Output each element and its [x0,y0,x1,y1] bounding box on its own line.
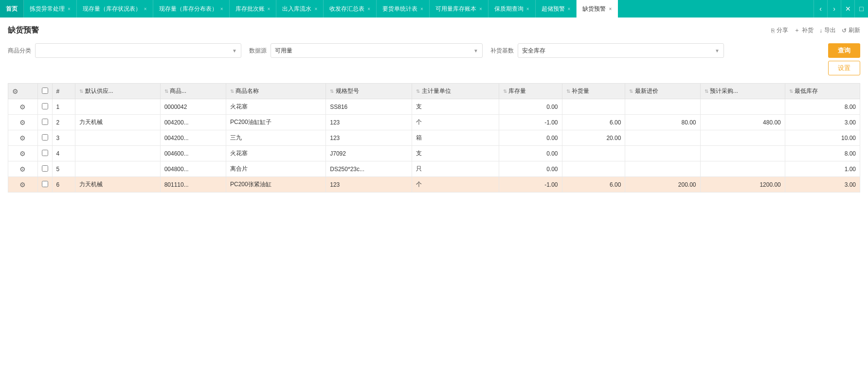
th-est-purchase[interactable]: ⇅ 预计采购... [700,84,785,99]
sort-icon-unit: ⇅ [416,88,420,94]
page-content: 缺货预警 ⎘ 分享 ＋ 补货 ↓ 导出 ↺ 刷新 商品分类 [0,18,868,387]
tab-expiry-query[interactable]: 保质期查询× [488,0,536,18]
tab-label-expiry-query: 保质期查询 [494,5,524,13]
sort-icon-price: ⇅ [629,88,633,94]
tab-shortage[interactable]: 缺货预警× [577,0,618,18]
tab-inout-flow[interactable]: 出入库流水× [276,0,324,18]
td-checkbox[interactable] [37,99,52,115]
refresh-button[interactable]: ↺ 刷新 [842,26,860,35]
tab-home[interactable]: 首页 [0,0,24,18]
tab-batch-account[interactable]: 库存批次账× [230,0,277,18]
row-gear-icon[interactable]: ⚙ [19,150,26,158]
td-unit: 箱 [412,130,499,146]
row-gear-icon[interactable]: ⚙ [19,134,26,142]
td-stock: -1.00 [499,115,562,130]
tab-close-shortage[interactable]: × [609,6,612,12]
tab-abnormal[interactable]: 拣货异常处理× [24,0,77,18]
td-checkbox[interactable] [37,115,52,130]
th-product-name[interactable]: ⇅ 商品名称 [226,84,326,99]
td-product-code: 0000042 [160,99,226,115]
share-button[interactable]: ⎘ 分享 [771,26,788,35]
close-window-button[interactable]: ✕ [841,0,854,18]
datasource-arrow-icon: ▼ [473,48,478,53]
maximize-button[interactable]: □ [854,0,868,18]
category-label: 商品分类 [8,47,31,55]
tab-overstock[interactable]: 超储预警× [536,0,577,18]
td-est-purchase [700,99,785,115]
tab-inventory-dist[interactable]: 现存量（库存分布表）× [153,0,230,18]
row-gear-icon[interactable]: ⚙ [19,165,26,173]
row-checkbox[interactable] [42,134,48,141]
td-checkbox[interactable] [37,177,52,193]
td-num: 2 [52,115,75,130]
prev-tab-button[interactable]: ‹ [814,0,827,18]
row-gear-icon[interactable]: ⚙ [19,103,26,111]
sort-icon-spec: ⇅ [330,88,334,94]
td-checkbox[interactable] [37,146,52,161]
replenish-button[interactable]: ＋ 补货 [794,26,814,35]
th-min-stock[interactable]: ⇅ 最低库存 [785,84,860,99]
row-gear-icon[interactable]: ⚙ [19,119,26,126]
datasource-label: 数据源 [249,47,267,55]
page-title: 缺货预警 [8,25,39,35]
setting-button[interactable]: 设置 [828,61,860,75]
next-tab-button[interactable]: › [827,0,841,18]
tab-receive-summary[interactable]: 收发存汇总表× [324,0,377,18]
table-header-row: ⚙ # ⇅ 默认供应... ⇅ 商品... ⇅ 商品名称 [8,84,860,99]
td-min-stock: 3.00 [785,177,860,193]
tab-close-available-ledger[interactable]: × [479,6,482,12]
tab-available-ledger[interactable]: 可用量库存账本× [430,0,488,18]
td-checkbox[interactable] [37,130,52,146]
th-spec[interactable]: ⇅ 规格型号 [326,84,412,99]
row-checkbox[interactable] [42,165,48,172]
tab-close-order-stats[interactable]: × [420,6,423,12]
td-checkbox[interactable] [37,161,52,177]
table-row: ⚙5004800...离合片DS250*23c...只0.001.00 [8,161,860,177]
row-checkbox[interactable] [42,181,48,187]
td-est-purchase [700,146,785,161]
tab-label-receive-summary: 收发存汇总表 [329,5,364,13]
replenish-base-filter-group: 补货基数 安全库存 ▼ [490,43,724,58]
tab-close-inventory-status[interactable]: × [144,6,147,12]
tab-close-abnormal[interactable]: × [68,6,71,12]
tab-close-inout-flow[interactable]: × [314,6,317,12]
th-product-code[interactable]: ⇅ 商品... [160,84,226,99]
th-checkbox [37,84,52,99]
tab-close-expiry-query[interactable]: × [526,6,529,12]
th-settings[interactable]: ⚙ [8,84,38,99]
td-supplier [75,146,160,161]
select-all-checkbox[interactable] [42,88,48,94]
tab-order-stats[interactable]: 要货单统计表× [377,0,430,18]
row-checkbox[interactable] [42,119,48,125]
replenish-base-value: 安全库存 [522,47,545,55]
tab-close-inventory-dist[interactable]: × [220,6,223,12]
header-actions: ⎘ 分享 ＋ 补货 ↓ 导出 ↺ 刷新 [771,26,860,35]
query-button[interactable]: 查询 [828,43,860,58]
td-gear[interactable]: ⚙ [8,146,38,161]
th-stock[interactable]: ⇅ 库存量 [499,84,562,99]
tab-close-receive-summary[interactable]: × [367,6,370,12]
tab-close-batch-account[interactable]: × [268,6,271,12]
export-button[interactable]: ↓ 导出 [819,26,836,35]
td-gear[interactable]: ⚙ [8,161,38,177]
filter-action-buttons: 查询 设置 [828,43,860,75]
datasource-select[interactable]: 可用量 ▼ [271,43,483,58]
category-select[interactable]: ▼ [35,43,241,58]
settings-gear-icon[interactable]: ⚙ [12,88,18,95]
row-checkbox[interactable] [42,103,48,109]
th-latest-price[interactable]: ⇅ 最新进价 [625,84,700,99]
data-table: ⚙ # ⇅ 默认供应... ⇅ 商品... ⇅ 商品名称 [8,83,860,193]
th-unit[interactable]: ⇅ 主计量单位 [412,84,499,99]
tab-close-overstock[interactable]: × [568,6,571,12]
row-gear-icon[interactable]: ⚙ [19,181,26,189]
td-gear[interactable]: ⚙ [8,99,38,115]
export-icon: ↓ [819,27,822,34]
replenish-base-select[interactable]: 安全库存 ▼ [518,43,724,58]
tab-inventory-status[interactable]: 现存量（库存状况表）× [77,0,153,18]
td-gear[interactable]: ⚙ [8,115,38,130]
th-default-supplier[interactable]: ⇅ 默认供应... [75,84,160,99]
td-gear[interactable]: ⚙ [8,130,38,146]
th-replenish-qty[interactable]: ⇅ 补货量 [562,84,625,99]
td-gear[interactable]: ⚙ [8,177,38,193]
row-checkbox[interactable] [42,150,48,156]
